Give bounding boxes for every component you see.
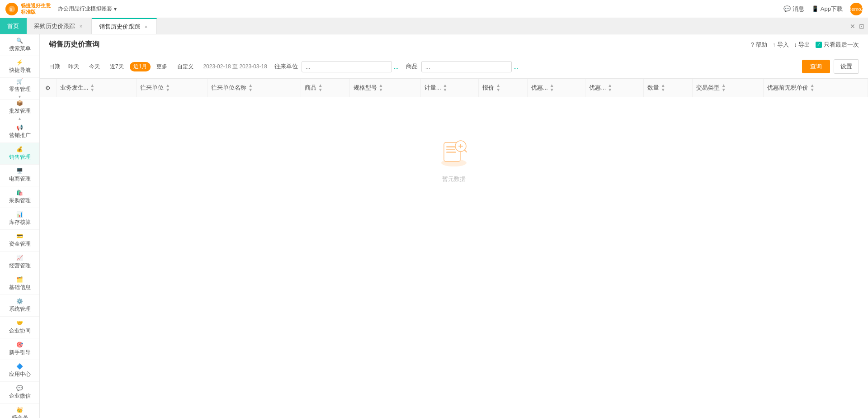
close-purchase-history-tab[interactable]: × (78, 23, 84, 29)
sidebar-item-purchase[interactable]: 🛍️ 采购管理 (0, 186, 39, 208)
empty-illustration (436, 133, 472, 170)
sidebar-item-ecommerce[interactable]: 🖥️ 电商管理 (0, 165, 39, 186)
th-quantity[interactable]: 数量 ▲▼ (643, 79, 692, 97)
message-icon: 💬 (783, 5, 791, 12)
settings-button[interactable]: 设置 (834, 59, 859, 74)
th-discount2[interactable]: 优惠... ▲▼ (585, 79, 643, 97)
th-quote[interactable]: 报价 ▲▼ (479, 79, 528, 97)
date-btn-more[interactable]: 更多 (152, 62, 171, 72)
user-action[interactable]: demo2 (850, 3, 863, 15)
query-button[interactable]: 查询 (802, 60, 830, 73)
purchase-icon: 🛍️ (16, 190, 23, 196)
sidebar-label-enterprise: 企业协同 (9, 327, 31, 335)
th-partner-name[interactable]: 往来单位名称 ▲▼ (208, 79, 301, 97)
sort-arrows-quote: ▲▼ (496, 83, 500, 92)
sidebar-label-basics: 基础信息 (9, 284, 31, 291)
sidebar-item-app-center[interactable]: 🔷 应用中心 (0, 360, 39, 382)
sidebar-item-sales[interactable]: 💰 销售管理 (0, 143, 39, 165)
tab-right-actions: ✕ ⊡ (846, 18, 868, 34)
sidebar-item-quick-nav[interactable]: ⚡ 快捷导航 (0, 56, 39, 78)
th-quote-label: 报价 (482, 84, 494, 92)
export-action[interactable]: ↓ 导出 (794, 41, 811, 49)
tab-purchase-history[interactable]: 采购历史价跟踪 × (27, 18, 92, 34)
sidebar-item-basics[interactable]: 🗂️ 基础信息 (0, 273, 39, 295)
search-icon: 🔍 (16, 38, 23, 44)
tab-sales-history[interactable]: 销售历史价跟踪 × (92, 18, 157, 34)
th-product-label: 商品 (305, 84, 316, 92)
sidebar-item-search-menu[interactable]: 🔍 搜索菜单 (0, 34, 39, 56)
th-settings[interactable]: ⚙ (40, 79, 56, 97)
sidebar-label-quick-nav: 快捷导航 (9, 66, 31, 74)
table-container: ⚙ 业务发生... ▲▼ 往来单位 ▲▼ (40, 79, 868, 418)
app-center-icon: 🔷 (16, 363, 23, 370)
main-layout: 🔍 搜索菜单 ⚡ 快捷导航 🛒 零售管理 ▾ 📦 批发管理 ▴ 📢 营销推广 💰… (0, 34, 868, 418)
sort-arrows-pretax-price: ▲▼ (810, 83, 815, 92)
sidebar-label-guide: 新手引导 (9, 349, 31, 356)
sidebar-item-wechat[interactable]: 💬 企业微信 (0, 382, 39, 404)
sidebar-item-guide[interactable]: 🎯 新手引导 (0, 338, 39, 360)
workspace-selector[interactable]: 办公用品行业模拟账套 ▾ (54, 3, 120, 14)
finance-icon: 💳 (16, 233, 23, 239)
checkbox-icon (816, 42, 822, 48)
app-download-action[interactable]: 📱 App下载 (811, 5, 843, 13)
th-trade-type[interactable]: 交易类型 ▲▼ (692, 79, 763, 97)
product-input[interactable] (421, 61, 512, 72)
th-pretax-price[interactable]: 优惠前无税单价 ▲▼ (763, 79, 868, 97)
export-label: 导出 (798, 41, 810, 49)
avatar: demo2 (850, 3, 863, 15)
sort-arrows-unit: ▲▼ (443, 83, 448, 92)
chevron-down-icon: ▾ (114, 6, 117, 12)
th-partner-code-label: 往来单位 (140, 84, 164, 92)
th-biz-date[interactable]: 业务发生... ▲▼ (56, 79, 137, 97)
empty-text: 暂元数据 (442, 175, 466, 183)
sidebar-item-system[interactable]: ⚙️ 系统管理 (0, 295, 39, 317)
logo-area: 6 畅捷通好生意 标准版 (5, 3, 51, 15)
product-filter-label: 商品 (406, 62, 418, 71)
tab-home[interactable]: 首页 (0, 18, 27, 34)
th-spec[interactable]: 规格型号 ▲▼ (349, 79, 420, 97)
maximize-icon[interactable]: ⊡ (859, 23, 864, 30)
retail-arrow-icon: ▾ (19, 94, 21, 99)
sidebar-item-marketing[interactable]: 📢 营销推广 (0, 121, 39, 143)
top-header: 6 畅捷通好生意 标准版 办公用品行业模拟账套 ▾ 💬 消息 📱 App下载 d… (0, 0, 868, 18)
date-range-text: 2023-02-18 至 2023-03-18 (203, 63, 267, 71)
sidebar-item-inventory[interactable]: 📊 库存核算 (0, 208, 39, 230)
sidebar-item-finance[interactable]: 💳 资金管理 (0, 230, 39, 252)
sidebar-item-member[interactable]: 👑 畅会员 (0, 404, 39, 418)
close-sales-history-tab[interactable]: × (143, 24, 149, 30)
header-right: 💬 消息 📱 App下载 demo2 (783, 3, 863, 15)
member-icon: 👑 (16, 407, 23, 413)
product-ellipsis-btn[interactable]: ... (514, 63, 519, 70)
header-left: 6 畅捷通好生意 标准版 办公用品行业模拟账套 ▾ (5, 3, 120, 15)
help-action[interactable]: ? 帮助 (751, 41, 767, 49)
action-buttons: 查询 设置 (802, 59, 859, 74)
th-unit[interactable]: 计量... ▲▼ (420, 79, 478, 97)
guide-icon: 🎯 (16, 342, 23, 348)
th-discount1[interactable]: 优惠... ▲▼ (528, 79, 585, 97)
date-btn-1month[interactable]: 近1月 (130, 62, 151, 71)
sort-arrows-discount2: ▲▼ (608, 83, 612, 92)
date-btn-today[interactable]: 今天 (85, 62, 104, 72)
partner-input[interactable] (302, 61, 392, 72)
th-partner-name-label: 往来单位名称 (211, 84, 246, 92)
svg-rect-5 (446, 149, 455, 150)
sort-arrows-quantity: ▲▼ (661, 83, 665, 92)
th-product[interactable]: 商品 ▲▼ (301, 79, 349, 97)
sidebar-item-wholesale[interactable]: 📦 批发管理 ▴ (0, 100, 39, 121)
sort-arrows-partner-code: ▲▼ (165, 83, 170, 92)
date-btn-yesterday[interactable]: 昨天 (64, 62, 83, 72)
date-btn-custom[interactable]: 自定义 (173, 62, 198, 72)
th-partner-code[interactable]: 往来单位 ▲▼ (137, 79, 208, 97)
close-tab-icon[interactable]: ✕ (850, 23, 855, 30)
partner-ellipsis-btn[interactable]: ... (394, 63, 399, 70)
import-action[interactable]: ↑ 导入 (773, 41, 789, 49)
sort-arrows-partner-name: ▲▼ (248, 83, 253, 92)
operations-icon: 📈 (16, 255, 23, 261)
data-table: ⚙ 业务发生... ▲▼ 往来单位 ▲▼ (40, 79, 868, 97)
message-action[interactable]: 💬 消息 (783, 5, 804, 13)
sidebar-item-enterprise[interactable]: 🤝 企业协同 (0, 317, 39, 338)
sidebar-item-retail[interactable]: 🛒 零售管理 ▾ (0, 78, 39, 100)
date-btn-7days[interactable]: 近7天 (106, 62, 128, 72)
sidebar-item-operations[interactable]: 📈 经营管理 (0, 252, 39, 273)
only-last-checkbox[interactable]: 只看最后一次 (816, 41, 859, 49)
